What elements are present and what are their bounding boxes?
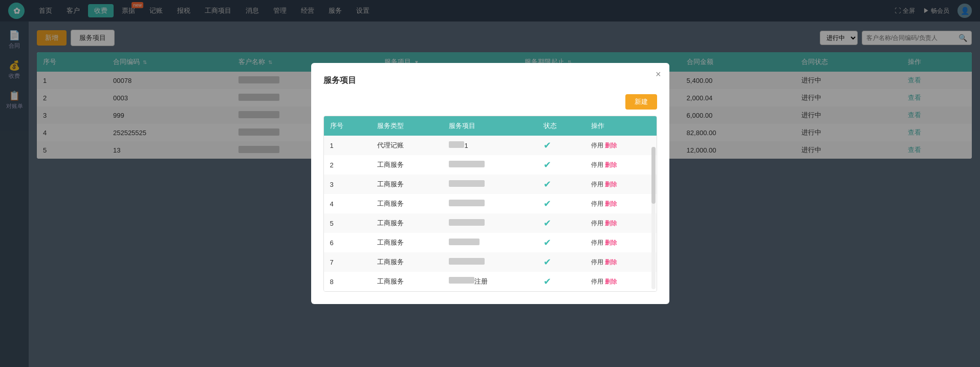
modal-cell-action: 停用 删除 [585, 252, 657, 272]
modal-cell-seq: 5 [324, 213, 371, 233]
modal-table-row: 1 代理记账 1 ✔ 停用 删除 [324, 136, 657, 155]
modal-cell-action: 停用 删除 [585, 233, 657, 252]
modal-table-row: 8 工商服务 注册 ✔ 停用 删除 [324, 272, 657, 291]
delete-button[interactable]: 删除 [605, 219, 617, 228]
modal-cell-action: 停用 删除 [585, 272, 657, 291]
modal-cell-type: 代理记账 [371, 136, 443, 155]
service-modal: × 服务项目 新建 序号 服务类型 服务项目 状态 操作 1 代理记账 [311, 63, 669, 304]
modal-cell-seq: 6 [324, 233, 371, 252]
delete-button[interactable]: 删除 [605, 161, 617, 169]
modal-table-row: 5 工商服务 ✔ 停用 删除 [324, 213, 657, 233]
delete-button[interactable]: 删除 [605, 141, 617, 150]
status-check-icon: ✔ [543, 160, 551, 170]
modal-title: 服务项目 [323, 75, 657, 86]
status-check-icon: ✔ [543, 276, 551, 287]
modal-cell-type: 工商服务 [371, 213, 443, 233]
status-check-icon: ✔ [543, 140, 551, 150]
stop-button[interactable]: 停用 [591, 200, 603, 208]
modal-cell-action: 停用 删除 [585, 194, 657, 213]
status-check-icon: ✔ [543, 179, 551, 189]
modal-cell-status: ✔ [537, 272, 584, 291]
modal-cell-type: 工商服务 [371, 272, 443, 291]
status-check-icon: ✔ [543, 199, 551, 209]
stop-button[interactable]: 停用 [591, 258, 603, 267]
modal-table-row: 7 工商服务 ✔ 停用 删除 [324, 252, 657, 272]
modal-col-name: 服务项目 [443, 116, 537, 136]
modal-col-action: 操作 [585, 116, 657, 136]
stop-button[interactable]: 停用 [591, 239, 603, 247]
modal-cell-status: ✔ [537, 194, 584, 213]
modal-table-row: 6 工商服务 ✔ 停用 删除 [324, 233, 657, 252]
status-check-icon: ✔ [543, 238, 551, 248]
modal-col-seq: 序号 [324, 116, 371, 136]
modal-table: 序号 服务类型 服务项目 状态 操作 1 代理记账 1 ✔ 停用 删除 2 工商… [324, 116, 657, 291]
delete-button[interactable]: 删除 [605, 180, 617, 189]
modal-cell-type: 工商服务 [371, 194, 443, 213]
stop-button[interactable]: 停用 [591, 141, 603, 150]
modal-table-container: 序号 服务类型 服务项目 状态 操作 1 代理记账 1 ✔ 停用 删除 2 工商… [323, 116, 657, 292]
delete-button[interactable]: 删除 [605, 200, 617, 208]
modal-table-row: 3 工商服务 ✔ 停用 删除 [324, 175, 657, 194]
modal-cell-action: 停用 删除 [585, 175, 657, 194]
stop-button[interactable]: 停用 [591, 219, 603, 228]
modal-cell-status: ✔ [537, 136, 584, 155]
modal-cell-type: 工商服务 [371, 252, 443, 272]
modal-cell-seq: 7 [324, 252, 371, 272]
modal-cell-type: 工商服务 [371, 175, 443, 194]
modal-cell-seq: 8 [324, 272, 371, 291]
modal-new-button[interactable]: 新建 [625, 94, 657, 110]
modal-cell-name [443, 233, 537, 252]
modal-cell-type: 工商服务 [371, 155, 443, 175]
modal-cell-name: 注册 [443, 272, 537, 291]
stop-button[interactable]: 停用 [591, 180, 603, 189]
modal-cell-name: 1 [443, 136, 537, 155]
modal-cell-status: ✔ [537, 175, 584, 194]
stop-button[interactable]: 停用 [591, 161, 603, 169]
modal-cell-action: 停用 删除 [585, 136, 657, 155]
modal-cell-type: 工商服务 [371, 233, 443, 252]
delete-button[interactable]: 删除 [605, 277, 617, 286]
modal-table-row: 2 工商服务 ✔ 停用 删除 [324, 155, 657, 175]
scrollbar-thumb [651, 147, 656, 204]
modal-toolbar: 新建 [323, 94, 657, 110]
modal-cell-status: ✔ [537, 155, 584, 175]
modal-cell-seq: 3 [324, 175, 371, 194]
modal-cell-seq: 4 [324, 194, 371, 213]
modal-cell-status: ✔ [537, 233, 584, 252]
status-check-icon: ✔ [543, 218, 551, 228]
scrollbar-track[interactable] [651, 147, 656, 289]
modal-cell-name [443, 213, 537, 233]
modal-cell-action: 停用 删除 [585, 213, 657, 233]
stop-button[interactable]: 停用 [591, 277, 603, 286]
status-check-icon: ✔ [543, 257, 551, 267]
modal-close-button[interactable]: × [656, 69, 661, 80]
modal-col-type: 服务类型 [371, 116, 443, 136]
modal-cell-action: 停用 删除 [585, 155, 657, 175]
modal-cell-status: ✔ [537, 213, 584, 233]
modal-col-status: 状态 [537, 116, 584, 136]
modal-cell-name [443, 175, 537, 194]
modal-cell-seq: 1 [324, 136, 371, 155]
modal-table-row: 4 工商服务 ✔ 停用 删除 [324, 194, 657, 213]
modal-cell-name [443, 155, 537, 175]
modal-cell-status: ✔ [537, 252, 584, 272]
delete-button[interactable]: 删除 [605, 258, 617, 267]
modal-cell-name [443, 252, 537, 272]
delete-button[interactable]: 删除 [605, 239, 617, 247]
modal-overlay[interactable]: × 服务项目 新建 序号 服务类型 服务项目 状态 操作 1 代理记账 [0, 0, 980, 367]
modal-cell-seq: 2 [324, 155, 371, 175]
modal-cell-name [443, 194, 537, 213]
